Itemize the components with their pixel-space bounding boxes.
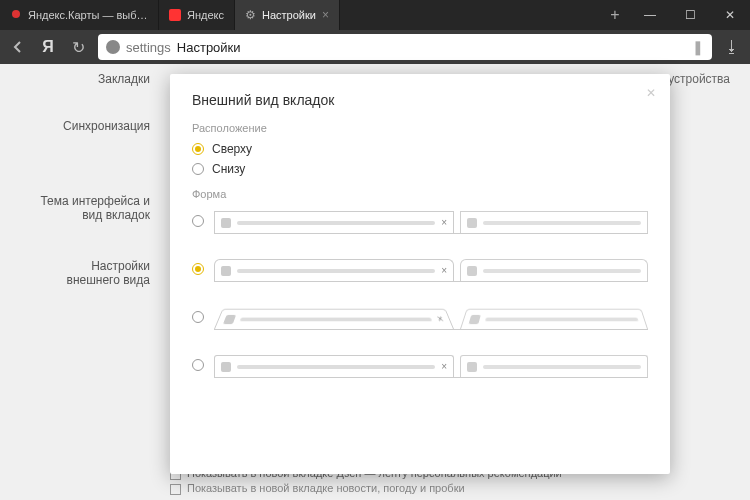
new-tab-button[interactable]: + [600,0,630,30]
shape-section-label: Форма [192,188,648,200]
browser-tab-yandex[interactable]: Яндекс [159,0,235,30]
shape-preview: × [214,352,648,378]
checkbox-icon [170,484,181,495]
shape-option-1[interactable]: × [192,256,648,282]
modal-title: Внешний вид вкладок [192,92,648,108]
browser-tabs: Яндекс.Карты — выбирай Яндекс ⚙ Настройк… [0,0,600,30]
shape-option-3[interactable]: × [192,352,648,378]
shape-preview: × [214,256,648,282]
close-icon[interactable]: × [322,8,329,22]
preview-tab-inactive [460,309,648,329]
titlebar: Яндекс.Карты — выбирай Яндекс ⚙ Настройк… [0,0,750,30]
radio-icon [192,143,204,155]
tab-label: Яндекс [187,9,224,21]
shape-option-0[interactable]: × [192,208,648,234]
close-button[interactable]: ✕ [710,0,750,30]
radio-icon [192,359,204,371]
back-button[interactable] [8,40,28,54]
preview-tab-active: × [214,309,454,329]
radio-label: Снизу [212,162,245,176]
weather-checkbox-row[interactable]: Показывать в новой вкладке новости, пого… [170,482,465,495]
radio-icon [192,263,204,275]
tab-label: Настройки [262,9,316,21]
preview-tab-active: × [214,211,454,233]
reload-button[interactable]: ↻ [68,38,88,57]
modal-close-button[interactable]: ✕ [646,86,656,100]
bookmark-icon[interactable]: ❚ [692,39,704,55]
svg-point-0 [12,10,20,18]
sidebar-item-sync[interactable]: Синхронизация [40,119,150,133]
minimize-button[interactable]: ― [630,0,670,30]
omnibox-prefix: settings [126,40,171,55]
maximize-button[interactable]: ☐ [670,0,710,30]
position-option-top[interactable]: Сверху [192,142,648,156]
yandex-home-button[interactable]: Я [38,38,58,56]
radio-label: Сверху [212,142,252,156]
radio-icon [192,163,204,175]
tab-label: Яндекс.Карты — выбирай [28,9,148,21]
omnibox-title: Настройки [177,40,241,55]
toolbar: Я ↻ settings Настройки ❚ ⭳ [0,30,750,64]
close-icon: × [441,217,447,228]
browser-tab-maps[interactable]: Яндекс.Карты — выбирай [0,0,159,30]
close-icon: × [441,361,447,372]
downloads-button[interactable]: ⭳ [722,38,742,56]
position-option-bottom[interactable]: Снизу [192,162,648,176]
browser-tab-settings[interactable]: ⚙ Настройки × [235,0,340,30]
shape-preview: × [214,304,648,330]
preview-tab-active: × [214,355,454,377]
map-pin-icon [10,9,22,21]
radio-icon [192,311,204,323]
position-section-label: Расположение [192,122,648,134]
sidebar-item-appearance[interactable]: Настройки внешнего вида [40,259,150,287]
window-controls: ― ☐ ✕ [630,0,750,30]
weather-label: Показывать в новой вкладке новости, пого… [187,482,465,494]
radio-icon [192,215,204,227]
preview-tab-inactive [460,211,648,233]
svg-rect-1 [169,9,181,21]
settings-page: Закладки Синхронизация Тема интерфейса и… [0,64,750,500]
site-icon [106,40,120,54]
close-icon: × [436,314,446,324]
yandex-icon [169,9,181,21]
sidebar-item-bookmarks[interactable]: Закладки [40,72,150,86]
preview-tab-active: × [214,259,454,281]
close-icon: × [441,265,447,276]
tab-appearance-modal: ✕ Внешний вид вкладок Расположение Сверх… [170,74,670,474]
gear-icon: ⚙ [245,8,256,22]
preview-tab-inactive [460,259,648,281]
sidebar-item-theme[interactable]: Тема интерфейса и вид вкладок [40,194,150,222]
shape-preview: × [214,208,648,234]
shape-option-2[interactable]: × [192,304,648,330]
preview-tab-inactive [460,355,648,377]
omnibox[interactable]: settings Настройки ❚ [98,34,712,60]
